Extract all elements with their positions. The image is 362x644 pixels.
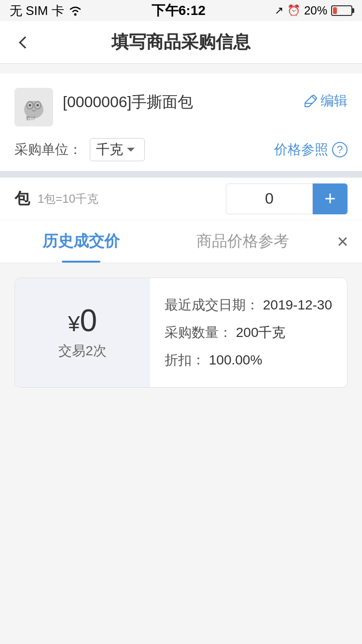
yen-symbol: ¥: [68, 312, 80, 336]
price-ref-button[interactable]: 价格参照 ?: [274, 140, 348, 159]
detail-row-date: 最近成交日期： 2019-12-30: [165, 295, 333, 314]
detail-row-qty: 采购数量： 200千克: [165, 323, 333, 342]
history-trades-count: 交易2次: [58, 342, 107, 360]
svg-text:数计: 数计: [26, 115, 36, 121]
close-icon: ×: [337, 231, 348, 252]
tab-product-price-ref[interactable]: 商品价格参考: [162, 220, 323, 263]
product-top-row: 数计 [0000006]手撕面包 编辑: [14, 88, 348, 126]
tab-history-label: 历史成交价: [42, 231, 120, 252]
status-bar: 无 SIM 卡 下午6:12 ↗ ⏰ 20%: [0, 0, 362, 21]
location-icon: ↗: [275, 4, 283, 17]
dropdown-arrow-icon: [127, 148, 135, 152]
product-card: 数计 [0000006]手撕面包 编辑 采购单位： 千克 价格参照 ?: [0, 73, 362, 171]
product-thumbnail: 数计: [14, 88, 53, 126]
detail-date-label: 最近成交日期：: [165, 297, 259, 312]
product-name: [0000006]手撕面包: [63, 88, 193, 113]
wifi-icon: [68, 5, 83, 16]
tab-history-price[interactable]: 历史成交价: [0, 220, 162, 263]
svg-point-7: [37, 104, 39, 107]
unit-value: 千克: [96, 140, 123, 159]
quantity-unit-sub: 1包=10千克: [38, 191, 98, 207]
status-right: ↗ ⏰ 20%: [275, 4, 352, 17]
product-logo-icon: 数计: [19, 93, 48, 122]
edit-label: 编辑: [320, 92, 348, 110]
detail-qty-value: 200千克: [236, 325, 286, 340]
svg-point-0: [74, 14, 76, 16]
close-button[interactable]: ×: [323, 220, 362, 263]
quantity-plus-button[interactable]: +: [313, 183, 348, 214]
history-price-summary: ¥0 交易2次: [15, 278, 150, 387]
edit-icon: [304, 94, 318, 108]
unit-row: 采购单位： 千克: [14, 138, 145, 161]
history-details: 最近成交日期： 2019-12-30 采购数量： 200千克 折扣： 100.0…: [150, 278, 347, 387]
tab-bar: 历史成交价 商品价格参考 ×: [0, 220, 362, 263]
quantity-unit-name: 包: [14, 188, 30, 210]
unit-label: 采购单位：: [14, 140, 82, 159]
detail-date-value: 2019-12-30: [263, 297, 332, 312]
history-price-display: ¥0: [68, 305, 97, 336]
status-time: 下午6:12: [152, 1, 206, 20]
battery-percent: 20%: [304, 4, 327, 17]
quantity-row: 包 1包=10千克 0 +: [0, 178, 362, 220]
section-divider: [0, 171, 362, 178]
detail-discount-label: 折扣：: [165, 352, 205, 367]
detail-row-discount: 折扣： 100.00%: [165, 350, 333, 369]
alarm-icon: ⏰: [287, 4, 300, 17]
back-button[interactable]: [14, 32, 36, 53]
back-arrow-icon: [19, 36, 31, 48]
carrier-label: 无 SIM 卡: [10, 2, 64, 19]
unit-select-button[interactable]: 千克: [90, 138, 145, 161]
history-price-value: 0: [80, 303, 97, 338]
content-area: ¥0 交易2次 最近成交日期： 2019-12-30 采购数量： 200千克 折…: [0, 263, 362, 456]
status-left: 无 SIM 卡: [10, 2, 83, 19]
detail-discount-value: 100.00%: [209, 352, 263, 367]
tab-active-indicator: [62, 261, 100, 263]
help-icon: ?: [332, 142, 348, 157]
page-title: 填写商品采购信息: [111, 30, 251, 54]
product-left-area: 数计 [0000006]手撕面包: [14, 88, 193, 126]
svg-point-6: [29, 104, 31, 107]
tab-price-ref-label: 商品价格参考: [196, 231, 289, 252]
quantity-input-group: 0 +: [226, 183, 348, 214]
edit-button[interactable]: 编辑: [304, 88, 348, 110]
quantity-label-area: 包 1包=10千克: [14, 188, 98, 210]
plus-icon: +: [324, 188, 335, 210]
quantity-input[interactable]: 0: [226, 183, 313, 214]
price-ref-label: 价格参照: [274, 140, 328, 159]
detail-qty-label: 采购数量：: [165, 325, 232, 340]
battery-icon: [331, 5, 352, 16]
product-bottom-row: 采购单位： 千克 价格参照 ?: [14, 138, 348, 161]
history-card: ¥0 交易2次 最近成交日期： 2019-12-30 采购数量： 200千克 折…: [14, 278, 348, 388]
nav-bar: 填写商品采购信息: [0, 21, 362, 64]
